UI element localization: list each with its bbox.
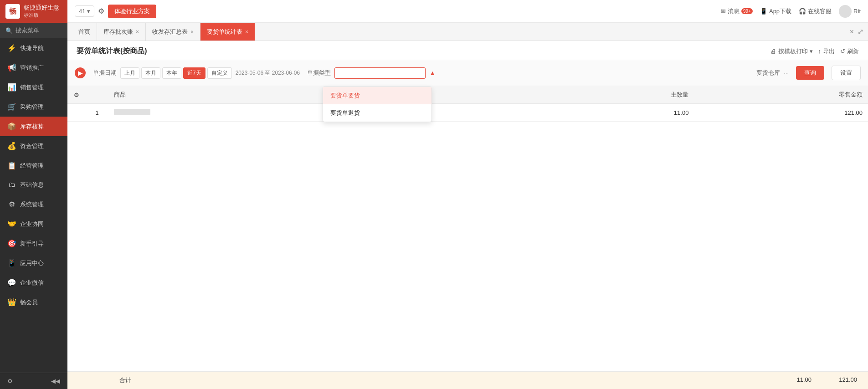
org-selector[interactable]: 41 ▾	[75, 5, 94, 17]
sidebar-item-label: 采购管理	[20, 103, 44, 111]
type-filter-arrow-icon[interactable]: ▲	[429, 69, 436, 77]
online-service-button[interactable]: 🎧 在线客服	[799, 7, 832, 15]
date-btn-last-month[interactable]: 上月	[120, 67, 139, 79]
filter-expand-button[interactable]: ▶	[75, 67, 86, 78]
dropdown-item-order-return[interactable]: 要货单退货	[323, 104, 431, 122]
sidebar-item-label: 快捷导航	[20, 44, 44, 52]
date-btn-custom[interactable]: 自定义	[207, 67, 232, 79]
sidebar-item-label: 畅会员	[20, 298, 38, 307]
sidebar-item-quick-nav[interactable]: ⚡ 快捷导航	[0, 38, 67, 58]
sidebar-item-operations[interactable]: 📋 经营管理	[0, 156, 67, 175]
settings-gear-icon[interactable]: ⚙	[98, 7, 104, 15]
system-icon: ⚙	[7, 200, 16, 209]
date-filter-label: 单据日期	[93, 69, 117, 77]
warehouse-filter-label: 要货仓库	[756, 69, 780, 77]
chevron-down-icon: ▾	[87, 8, 90, 15]
membership-icon: 👑	[7, 298, 16, 307]
refresh-icon: ↺	[840, 48, 845, 55]
tab-expand-button[interactable]: ⤢	[858, 27, 863, 36]
tab-order-summary-close[interactable]: ×	[245, 29, 248, 35]
sidebar-item-basic[interactable]: 🗂 基础信息	[0, 175, 67, 194]
type-filter-input[interactable]	[334, 67, 426, 79]
tab-inventory-batch[interactable]: 库存批次账 ×	[97, 23, 146, 41]
refresh-button[interactable]: ↺ 刷新	[840, 47, 859, 56]
sidebar-item-label: 营销推广	[20, 64, 44, 72]
search-menu[interactable]: 🔍 搜索菜单	[0, 23, 67, 38]
warehouse-dots-icon[interactable]: ···	[784, 70, 789, 77]
dropdown-item-order-goods[interactable]: 要货单要货	[323, 87, 431, 104]
finance-icon: 💰	[7, 142, 16, 150]
type-dropdown: 要货单要货 要货单退货	[323, 87, 432, 122]
message-label: 消息	[728, 7, 740, 15]
topbar: 41 ▾ ⚙ 体验行业方案 ✉ 消息 99+ 📱 App下载 🎧 在线客服 R	[67, 0, 868, 23]
date-btn-last-7-days[interactable]: 近7天	[183, 67, 205, 79]
sidebar-item-guide[interactable]: 🎯 新手引导	[0, 234, 67, 253]
trial-button[interactable]: 体验行业方案	[108, 5, 156, 18]
basic-icon: 🗂	[7, 181, 16, 189]
refresh-label: 刷新	[847, 47, 859, 56]
sidebar-item-label: 基础信息	[20, 181, 44, 189]
wechat-icon: 💬	[7, 278, 16, 287]
sidebar-item-sales[interactable]: 📊 销售管理	[0, 77, 67, 97]
print-button[interactable]: 🖨 按模板打印 ▾	[770, 47, 813, 56]
warehouse-filter-group: 要货仓库 ···	[756, 69, 789, 77]
filter-settings-button[interactable]: 设置	[832, 66, 861, 80]
col-header-settings[interactable]: ⚙	[67, 86, 86, 104]
app-title: 畅捷通好生意	[24, 4, 59, 12]
col-header-amount: 零售金额	[694, 86, 868, 104]
app-logo: 畅	[5, 4, 20, 19]
footer-quantity: 11.00	[771, 376, 817, 384]
sales-icon: 📊	[7, 83, 16, 92]
message-button[interactable]: ✉ 消息 99+	[721, 7, 753, 15]
sidebar-collapse-icon[interactable]: ◀◀	[51, 378, 60, 384]
sidebar-item-label: 库存核算	[20, 123, 44, 131]
page-actions: 🖨 按模板打印 ▾ ↑ 导出 ↺ 刷新	[770, 47, 859, 56]
date-filter-group: 单据日期 上月 本月 本年 近7天 自定义 2023-05-06 至 2023-…	[93, 67, 300, 79]
cell-quantity: 11.00	[550, 104, 694, 122]
table-area: ⚙ 商品 主计量单位 主数量 零售金额 1	[67, 86, 868, 371]
guide-icon: 🎯	[7, 239, 16, 248]
table-row: 1 块 11.00 121.00	[67, 104, 868, 122]
col-header-product: 商品	[108, 86, 346, 104]
sidebar-item-finance[interactable]: 💰 资金管理	[0, 136, 67, 156]
tab-receivable-summary[interactable]: 收发存汇总表 ×	[146, 23, 200, 41]
date-btn-this-year[interactable]: 本年	[162, 67, 181, 79]
tab-close-all-button[interactable]: ×	[850, 28, 854, 36]
sidebar-item-app-center[interactable]: 📱 应用中心	[0, 253, 67, 273]
tab-receivable-summary-close[interactable]: ×	[190, 29, 194, 35]
sidebar-item-label: 新手引导	[20, 240, 44, 248]
date-btn-this-month[interactable]: 本月	[141, 67, 160, 79]
tab-order-summary[interactable]: 要货单统计表 ×	[200, 23, 255, 41]
sidebar-nav: ⚡ 快捷导航 📢 营销推广 📊 销售管理 🛒 采购管理 📦 库存核算 💰 资金管…	[0, 38, 67, 373]
tab-receivable-summary-label: 收发存汇总表	[152, 28, 188, 36]
sidebar-item-inventory[interactable]: 📦 库存核算	[0, 117, 67, 136]
query-button[interactable]: 查询	[796, 66, 824, 80]
filter-bar: ▶ 单据日期 上月 本月 本年 近7天 自定义 2023-05-06 至 202…	[67, 60, 868, 86]
data-table: ⚙ 商品 主计量单位 主数量 零售金额 1	[67, 86, 868, 122]
export-icon: ↑	[818, 48, 822, 55]
topbar-right: ✉ 消息 99+ 📱 App下载 🎧 在线客服 Rit	[721, 5, 861, 18]
sidebar-item-marketing[interactable]: 📢 营销推广	[0, 58, 67, 77]
tab-home[interactable]: 首页	[72, 23, 97, 41]
sidebar-item-enterprise[interactable]: 🤝 企业协同	[0, 214, 67, 234]
user-name: Rit	[853, 8, 861, 15]
col-header-quantity: 主数量	[550, 86, 694, 104]
page-title: 要货单统计表(按商品)	[77, 46, 147, 56]
sidebar-settings-icon[interactable]: ⚙	[7, 378, 13, 384]
export-button[interactable]: ↑ 导出	[818, 47, 835, 56]
sidebar-item-system[interactable]: ⚙ 系统管理	[0, 194, 67, 214]
sidebar-item-membership[interactable]: 👑 畅会员	[0, 292, 67, 312]
sidebar-item-purchase[interactable]: 🛒 采购管理	[0, 97, 67, 117]
sidebar-item-label: 企业协同	[20, 220, 44, 228]
app-download-button[interactable]: 📱 App下载	[760, 7, 791, 15]
export-label: 导出	[823, 47, 835, 56]
sidebar-item-label: 应用中心	[20, 259, 44, 267]
sidebar-item-wechat[interactable]: 💬 企业微信	[0, 273, 67, 292]
cell-index: 1	[86, 104, 108, 122]
user-avatar-button[interactable]: Rit	[839, 5, 861, 18]
topbar-left: 41 ▾ ⚙ 体验行业方案	[75, 5, 715, 18]
sidebar-item-label: 企业微信	[20, 279, 44, 287]
tab-inventory-batch-close[interactable]: ×	[136, 29, 139, 35]
sidebar-footer: ⚙ ◀◀	[0, 373, 67, 389]
service-icon: 🎧	[799, 8, 806, 15]
